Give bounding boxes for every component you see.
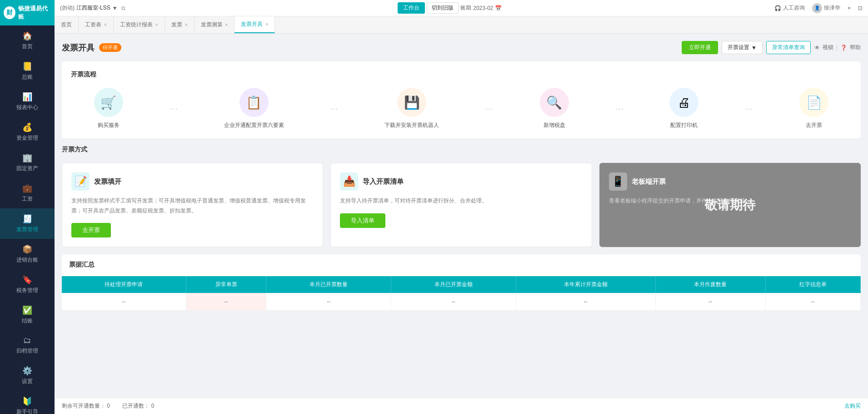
close-button[interactable]: × xyxy=(848,5,851,11)
buy-icon: 🛒 xyxy=(100,95,116,110)
company-prefix: (勿动) xyxy=(60,4,75,12)
cell-void-count: -- xyxy=(655,293,765,311)
opened-value: 0 xyxy=(151,403,155,409)
tab-invoice[interactable]: 发票 × xyxy=(165,16,195,33)
flow-arrow-3: ⋯ xyxy=(485,104,494,114)
sidebar-item-ledger[interactable]: 📒 总账 xyxy=(0,56,55,86)
invoice-mgr-icon: 🧾 xyxy=(22,214,32,224)
sidebar-item-label: 发票管理 xyxy=(16,226,38,233)
col-abnormal: 异常单票 xyxy=(186,276,266,293)
sidebar-logo: 财 畅捷通易代账 xyxy=(0,0,55,25)
tab-invoice-tool-close[interactable]: × xyxy=(265,22,268,27)
goto-invoice-button[interactable]: 去开票 xyxy=(71,223,111,237)
tab-home[interactable]: 首页 xyxy=(55,16,79,33)
logo-char: 财 xyxy=(6,9,13,17)
payroll-icon: 💼 xyxy=(22,183,32,193)
archive-icon: 🗂 xyxy=(23,336,31,345)
flow-step-printer: 🖨 配置打印机 xyxy=(669,88,698,129)
sidebar-item-tax[interactable]: 🔖 税务管理 xyxy=(0,269,55,300)
tab-payroll-stats[interactable]: 工资统计报表 × xyxy=(114,16,165,33)
period-label: 账期 2023-02 📅 xyxy=(460,4,502,12)
funds-icon: 💰 xyxy=(22,122,32,132)
tab-invoice-tool-label: 发票开具 xyxy=(241,20,263,28)
download-icon: 💾 xyxy=(404,95,420,110)
import-list-button[interactable]: 导入清单 xyxy=(340,213,385,228)
tab-payroll-close[interactable]: × xyxy=(104,22,107,27)
cell-month-count: -- xyxy=(266,293,391,311)
switch-button[interactable]: 切到旧版 xyxy=(427,2,459,14)
company-name: 江西服室-LSS xyxy=(76,4,110,12)
sidebar-item-home[interactable]: 🏠 首页 xyxy=(0,25,55,56)
method-card-manual: 📝 发票填开 支持按照发票样式手工填写开发票；可开具增值税电子普通发票、增值税普… xyxy=(62,163,323,247)
newbie-icon: 🔰 xyxy=(22,396,32,406)
eye-icon: 👁 xyxy=(814,45,820,51)
summary-table: 待处理开票申请 异常单票 本月已开票数量 本月已开票金额 本年累计开票金额 本月… xyxy=(62,276,861,311)
method-card-import: 📥 导入开票清单 支持导入待开票清单，可对待开票清单进行拆分、合并处理。 导入清… xyxy=(330,163,592,247)
topbar-left: (勿动) 江西服室-LSS ▼ ⧉ xyxy=(60,4,125,12)
sidebar-item-newbie[interactable]: 🔰 新手引导 xyxy=(0,391,55,414)
col-month-amount: 本月已开票金额 xyxy=(391,276,516,293)
chevron-down-icon: ▼ xyxy=(751,45,757,51)
remaining-value: 0 xyxy=(107,403,110,409)
remaining-label: 剩余可开通数量： xyxy=(62,403,105,409)
tab-invoice-tool[interactable]: 发票开具 × xyxy=(234,16,275,33)
sidebar-item-assets[interactable]: 🏢 固定资产 xyxy=(0,147,55,178)
manual-title: 发票填开 xyxy=(94,177,121,186)
configure-label: 企业开通配置开票六要素 xyxy=(224,121,284,129)
tax-icon: 🔖 xyxy=(22,275,32,285)
sidebar-item-label: 进销台账 xyxy=(16,256,38,264)
import-desc: 支持导入待开票清单，可对待开票清单进行拆分、合并处理。 xyxy=(340,196,582,206)
col-month-count: 本月已开票数量 xyxy=(266,276,391,293)
topbar: (勿动) 江西服室-LSS ▼ ⧉ 工作台 切到旧版 账期 2023-02 📅 … xyxy=(55,0,868,16)
taxbox-circle: 🔍 xyxy=(540,88,569,117)
calendar-icon[interactable]: 📅 xyxy=(495,5,502,11)
tab-invoice-calc-close[interactable]: × xyxy=(225,22,228,27)
workbench-button[interactable]: 工作台 xyxy=(398,2,425,14)
taxbox-icon: 🔍 xyxy=(546,95,562,110)
copy-icon[interactable]: ⧉ xyxy=(121,5,125,11)
sidebar-item-label: 设置 xyxy=(22,378,33,385)
configure-circle: 📋 xyxy=(239,88,269,117)
flow-steps: 🛒 购买服务 ⋯ 📋 企业开通配置开票六要素 ⋯ 💾 下载并安装开票机器 xyxy=(71,88,852,129)
flow-arrow-1: ⋯ xyxy=(170,104,178,114)
sidebar-item-reconcile[interactable]: ✅ 结账 xyxy=(0,300,55,330)
settings-button[interactable]: 开票设置 ▼ xyxy=(722,41,763,54)
user-menu[interactable]: 👤 徐泽华 xyxy=(812,3,840,13)
tab-invoice-close[interactable]: × xyxy=(185,22,188,27)
sidebar-item-label: 总账 xyxy=(22,73,33,81)
tab-payroll[interactable]: 工资表 × xyxy=(79,16,114,33)
method-card-boss: 📱 老板端开票 查看老板端小程序提交的开票申请，并作出相应处理审核。 敬请期待 xyxy=(599,163,861,247)
opened-label: 已开通数： xyxy=(122,403,150,409)
sidebar-item-purchase-sales[interactable]: 📦 进销台账 xyxy=(0,239,55,269)
tab-payroll-stats-close[interactable]: × xyxy=(155,22,158,27)
sidebar-item-invoice-mgr[interactable]: 🧾 发票管理 xyxy=(0,208,55,239)
cell-year-amount: -- xyxy=(516,293,655,311)
topbar-center: 工作台 切到旧版 账期 2023-02 📅 xyxy=(398,2,502,14)
sidebar-item-reports[interactable]: 📊 报表中心 xyxy=(0,86,55,117)
import-icon: 📥 xyxy=(340,172,358,191)
service-button[interactable]: 🎧 人工咨询 xyxy=(774,4,805,12)
sidebar-item-label: 归档管理 xyxy=(16,347,38,355)
query-button[interactable]: 异常清单查询 xyxy=(766,41,811,54)
boss-icon: 📱 xyxy=(609,172,627,191)
restore-button[interactable]: ⊡ xyxy=(858,5,863,11)
reports-icon: 📊 xyxy=(22,92,32,102)
tab-invoice-calc[interactable]: 发票测算 × xyxy=(195,16,235,33)
col-year-amount: 本年累计开票金额 xyxy=(516,276,655,293)
immediate-open-button[interactable]: 立即开通 xyxy=(682,41,718,54)
view-label: 视锁 xyxy=(823,44,833,51)
ledger-icon: 📒 xyxy=(22,61,32,71)
bottom-left: 剩余可开通数量： 0 已开通数： 0 xyxy=(62,402,154,410)
view-toggle[interactable]: 👁 视锁 | ❓ 帮助 xyxy=(814,44,861,51)
goto-buy-link[interactable]: 去购买 xyxy=(844,403,861,409)
method-section-title: 开票方式 xyxy=(62,146,861,156)
sidebar-item-funds[interactable]: 💰 资金管理 xyxy=(0,117,55,147)
issue-icon: 📄 xyxy=(806,95,822,110)
company-select[interactable]: (勿动) 江西服室-LSS ▼ xyxy=(60,4,118,12)
sidebar-item-archive[interactable]: 🗂 归档管理 xyxy=(0,330,55,360)
issue-label: 去开票 xyxy=(806,121,822,129)
sidebar-item-settings[interactable]: ⚙️ 设置 xyxy=(0,360,55,391)
reconcile-icon: ✅ xyxy=(22,305,32,315)
flow-step-taxbox: 🔍 新增税盘 xyxy=(540,88,569,129)
sidebar-item-payroll[interactable]: 💼 工资 xyxy=(0,178,55,208)
